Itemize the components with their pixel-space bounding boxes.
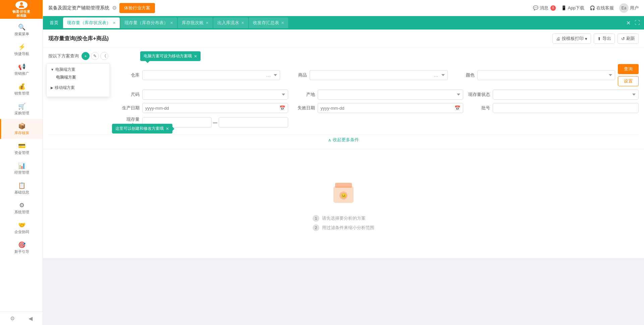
filter-row-1: 仓库 … 商品 … — [115, 64, 639, 86]
warehouse-select[interactable] — [142, 70, 280, 80]
topbar: 装备及固定资产辅助管理系统 ⚙ 体验行业方案 💬 消息 8 📱 App下载 🎧 … — [43, 0, 644, 16]
batch-input[interactable] — [493, 103, 639, 113]
origin-select[interactable] — [318, 90, 464, 100]
tab-batch-label: 库存批次账 — [182, 20, 204, 26]
product-select[interactable] — [310, 70, 447, 80]
sidebar-item-marketing[interactable]: 📢 营销推广 — [0, 60, 43, 79]
refresh-btn[interactable]: ↺ 刷新 — [618, 34, 639, 44]
query-btn[interactable]: 查询 — [618, 64, 639, 74]
tab-inout-flow[interactable]: 出入库流水 ✕ — [213, 17, 248, 28]
tab-close-all-btn[interactable]: ✕ — [625, 18, 632, 28]
create-tooltip-close[interactable]: ✕ — [166, 126, 169, 131]
sidebar-item-guide[interactable]: 🎯 新手引导 — [0, 238, 43, 258]
print-btn[interactable]: 🖨 按模板打印 ▾ — [552, 34, 591, 44]
content-area: 现存量查询(按仓库+商品) 🖨 按模板打印 ▾ ⬆ 导出 ↺ 刷新 — [43, 30, 644, 325]
tab-inout-flow-close[interactable]: ✕ — [241, 21, 244, 25]
stock-qty-max[interactable] — [219, 117, 288, 127]
prod-date-input[interactable] — [145, 106, 278, 111]
phone-icon: 📱 — [561, 5, 567, 10]
scheme-tooltip-close[interactable]: ✕ — [194, 54, 197, 59]
mobile-scheme-group-header[interactable]: ▶ 移动端方案 — [51, 84, 106, 91]
mobile-scheme-group: ▶ 移动端方案 — [51, 84, 106, 91]
scheme-panel: ▼ 电脑端方案 电脑端方案 ▶ 移动端方案 — [46, 63, 110, 97]
product-dots: … — [434, 72, 438, 78]
filter-field-origin: 产地 — [291, 90, 464, 100]
topbar-title: 装备及固定资产辅助管理系统 — [48, 5, 109, 11]
export-icon: ⬆ — [597, 36, 601, 41]
scheme-tooltip: 电脑方案可设为移动方案哦 ✕ — [140, 51, 201, 61]
filter-header: 按以下方案查询 ＋ ✎ 《 电脑方案可设为移动方案哦 ✕ — [48, 52, 639, 60]
tab-expand-btn[interactable]: ⛶ — [633, 18, 641, 28]
app-download-btn[interactable]: 📱 App下载 — [561, 5, 584, 11]
sidebar-item-search[interactable]: 🔍 搜索菜单 — [0, 20, 43, 40]
tab-inventory-dist[interactable]: 现存量（库存分布表） ✕ — [120, 17, 177, 28]
prev-scheme-btn[interactable]: 《 — [100, 52, 108, 60]
tabbar-right: ✕ ⛶ — [625, 18, 641, 28]
user-profile-btn[interactable]: Ea 用户 — [619, 3, 639, 13]
tab-batch[interactable]: 库存批次账 ✕ — [178, 17, 213, 28]
logo-icon — [15, 1, 28, 9]
notification-btn[interactable]: 💬 消息 8 — [533, 5, 556, 11]
tab-recv-summary[interactable]: 收发存汇总表 ✕ — [249, 17, 288, 28]
tab-inventory-status-close[interactable]: ✕ — [113, 21, 116, 25]
tab-recv-summary-label: 收发存汇总表 — [253, 20, 279, 26]
edit-scheme-btn[interactable]: ✎ — [91, 52, 99, 60]
online-support-btn[interactable]: 🎧 在线客服 — [590, 5, 614, 11]
filter-field-product: 商品 … — [283, 70, 447, 80]
topbar-left: 装备及固定资产辅助管理系统 ⚙ 体验行业方案 — [48, 3, 155, 13]
exp-date-calendar-icon[interactable]: 📅 — [454, 105, 460, 111]
sidebar-item-finance[interactable]: 💳 资金管理 — [0, 139, 43, 159]
sidebar-item-system[interactable]: ⚙ 系统管理 — [0, 198, 43, 218]
sidebar-bottom: ⚙ ◀ — [0, 312, 43, 325]
sidebar-item-enterprise[interactable]: 🤝 企业协同 — [0, 218, 43, 238]
filter-area: 按以下方案查询 ＋ ✎ 《 电脑方案可设为移动方案哦 ✕ — [43, 48, 644, 149]
sidebar-item-base[interactable]: 📋 基础信息 — [0, 178, 43, 198]
tab-recv-summary-close[interactable]: ✕ — [281, 21, 284, 25]
exp-date-input[interactable] — [321, 106, 453, 111]
inventory-icon: 📦 — [18, 122, 25, 130]
nav-icon: ⚡ — [18, 43, 25, 51]
tab-inventory-status-label: 现存量（库存状况表） — [67, 20, 111, 26]
tab-home[interactable]: 首页 — [46, 17, 62, 28]
create-scheme-tooltip: 这里可以创建和修改方案哦 ✕ — [112, 124, 172, 133]
pc-scheme-group-header[interactable]: ▼ 电脑端方案 — [51, 66, 106, 73]
topbar-gear-icon[interactable]: ⚙ — [112, 5, 117, 11]
marketing-icon: 📢 — [18, 63, 25, 70]
warehouse-dots: … — [266, 72, 271, 78]
sidebar-item-ops[interactable]: 📊 经营管理 — [0, 159, 43, 178]
pc-group-arrow: ▼ — [51, 68, 54, 71]
industry-btn[interactable]: 体验行业方案 — [119, 3, 155, 13]
tip-num-2: 2 — [313, 224, 319, 231]
pc-scheme-item[interactable]: 电脑端方案 — [51, 73, 106, 82]
reset-btn[interactable]: 设置 — [618, 76, 639, 86]
sidebar-item-inventory[interactable]: 📦 库存核算 — [0, 119, 43, 139]
finance-icon: 💳 — [18, 142, 25, 150]
batch-label: 批号 — [466, 105, 493, 111]
sidebar-item-sales[interactable]: 💰 销售管理 — [0, 79, 43, 99]
export-btn[interactable]: ⬆ 导出 — [594, 34, 615, 44]
color-select[interactable] — [477, 70, 615, 80]
prod-date-calendar-icon[interactable]: 📅 — [279, 105, 285, 111]
sidebar-item-purchase[interactable]: 🛒 采购管理 — [0, 99, 43, 119]
sidebar-settings-btn[interactable]: ⚙ — [10, 315, 15, 322]
tab-inventory-dist-close[interactable]: ✕ — [170, 21, 173, 25]
system-icon: ⚙ — [19, 202, 24, 209]
stock-status-select[interactable] — [493, 90, 639, 100]
collapse-btn[interactable]: ∧ 收起更多条件 — [48, 134, 639, 145]
tab-inventory-status[interactable]: 现存量（库存状况表） ✕ — [63, 17, 120, 28]
mobile-scheme-group-label: 移动端方案 — [55, 85, 75, 91]
page-title: 现存量查询(按仓库+商品) — [48, 35, 109, 42]
sidebar-item-nav[interactable]: ⚡ 快捷导航 — [0, 40, 43, 60]
product-label: 商品 — [283, 72, 310, 78]
filter-label: 按以下方案查询 — [48, 53, 79, 59]
page-header: 现存量查询(按仓库+商品) 🖨 按模板打印 ▾ ⬆ 导出 ↺ 刷新 — [43, 30, 644, 48]
size-select[interactable] — [142, 90, 288, 100]
tip-text-2: 用过滤条件来缩小分析范围 — [322, 225, 374, 231]
svg-point-0 — [20, 2, 23, 5]
tab-batch-close[interactable]: ✕ — [206, 21, 209, 25]
sidebar-collapse-btn[interactable]: ◀ — [29, 315, 33, 322]
enterprise-icon: 🤝 — [18, 221, 25, 229]
page: 现存量查询(按仓库+商品) 🖨 按模板打印 ▾ ⬆ 导出 ↺ 刷新 — [43, 30, 644, 258]
print-icon: 🖨 — [556, 36, 560, 41]
add-scheme-btn[interactable]: ＋ — [82, 52, 90, 60]
